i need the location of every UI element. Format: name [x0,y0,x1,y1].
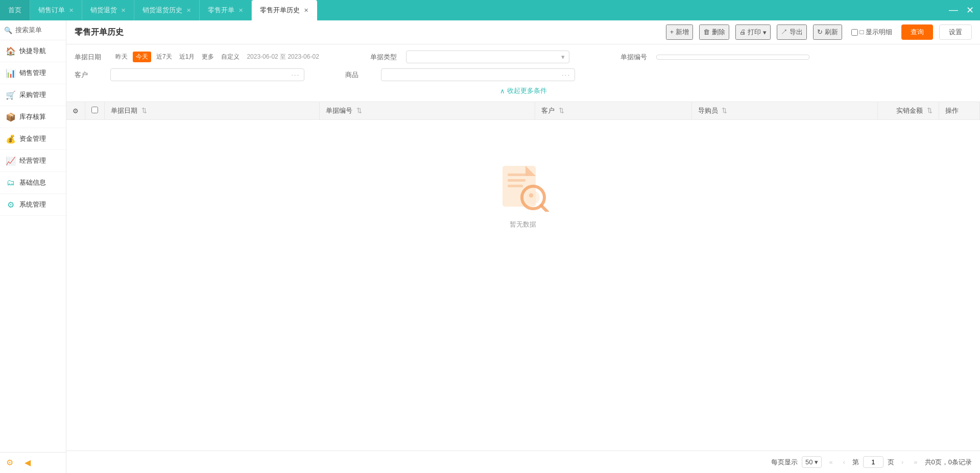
display-detail-toggle[interactable]: □ 显示明细 [848,26,895,39]
svg-point-8 [529,193,533,197]
goods-filter-input[interactable]: ··· [381,68,575,81]
svg-rect-1 [508,173,528,176]
settings-bottom-icon[interactable]: ⚙ [6,458,16,468]
goods-filter-label: 商品 [345,70,381,80]
prev-page-button[interactable]: ‹ [840,457,848,467]
type-filter-input[interactable]: ▾ [406,51,569,63]
print-dropdown-icon: ▾ [763,29,767,36]
svg-rect-3 [508,185,523,187]
number-filter-input[interactable] [656,55,809,60]
tab-close-sales-return[interactable]: ✕ [121,7,126,14]
export-button[interactable]: ↗ 导出 [777,24,807,40]
sys-mgmt-icon: ⚙ [6,200,15,209]
customer-filter-label: 客户 [75,70,110,80]
toolbar-actions: + 新增 🗑 删除 🖨 打印 ▾ ↗ 导出 ↻ 刷新 □ 显示明细 [666,24,972,40]
collapse-up-icon: ∧ [500,87,505,95]
pagination: 每页显示 50 ▾ « ‹ 第 页 › » 共0页，0条记录 [66,451,980,473]
table-header-row: ⚙ 单据日期 ⇅ 单据编号 ⇅ [66,102,980,120]
date-opt-yesterday[interactable]: 昨天 [113,52,130,62]
delete-button[interactable]: 🗑 删除 [699,24,729,40]
table-checkbox-col[interactable] [85,102,105,120]
customer-filter-input[interactable]: ··· [110,68,304,81]
tab-close-retail-open-history[interactable]: ✕ [304,7,308,14]
add-button[interactable]: + 新增 [666,24,693,40]
filter-row-customer: 客户 ··· 商品 ··· [75,68,972,81]
tab-close-sales-order[interactable]: ✕ [69,7,74,14]
search-icon: 🔍 [4,27,12,34]
window-close[interactable]: ✕ [966,5,974,16]
tab-home[interactable]: 首页 [0,0,30,20]
window-minimize[interactable]: — [949,5,958,16]
col-header-customer[interactable]: 客户 ⇅ [535,102,691,120]
sidebar-item-sys-mgmt[interactable]: ⚙ 系统管理 [0,194,66,216]
date-opt-more[interactable]: 更多 [200,52,216,62]
next-page-button[interactable]: › [898,457,906,467]
sidebar-item-inventory[interactable]: 📦 库存核算 [0,106,66,128]
display-detail-checkbox[interactable] [851,29,858,36]
date-opt-custom[interactable]: 自定义 [219,52,242,62]
sort-customer-icon: ⇅ [559,107,564,114]
date-opt-today[interactable]: 今天 [133,52,151,62]
sort-number-icon: ⇅ [356,107,362,114]
tab-sales-return-history[interactable]: 销货退货历史 ✕ [134,0,200,20]
sidebar-item-base-info[interactable]: 🗂 基础信息 [0,172,66,194]
svg-line-7 [541,206,547,212]
finance-icon: 💰 [6,134,15,143]
sidebar-item-finance[interactable]: 💰 资金管理 [0,128,66,150]
first-page-button[interactable]: « [826,457,835,467]
page-suffix: 页 [888,458,894,467]
sidebar-item-operations[interactable]: 📈 经营管理 [0,150,66,172]
last-page-button[interactable]: » [911,457,920,467]
page-number-input[interactable] [863,456,883,468]
sidebar-bottom: ⚙ ◀ [0,452,66,473]
date-opt-7days[interactable]: 近7天 [154,52,174,62]
collapse-button[interactable]: ∧ 收起更多条件 [500,86,547,95]
date-opt-1month[interactable]: 近1月 [177,52,197,62]
tab-retail-open-history[interactable]: 零售开单历史 ✕ [252,0,317,20]
filter-row-date: 单据日期 昨天 今天 近7天 近1月 更多 自定义 2023-06-02 至 2… [75,51,972,63]
sort-amount-icon: ⇅ [927,107,933,114]
filter-area: 单据日期 昨天 今天 近7天 近1月 更多 自定义 2023-06-02 至 2… [66,44,980,102]
svg-point-6 [527,191,540,204]
col-header-salesperson[interactable]: 导购员 ⇅ [691,102,877,120]
per-page-dropdown-icon: ▾ [815,458,818,466]
table-settings-icon[interactable]: ⚙ [73,107,79,115]
date-range-display: 2023-06-02 至 2023-06-02 [247,53,319,61]
sidebar-search[interactable]: 🔍 搜索菜单 [0,20,66,40]
tab-sales-order[interactable]: 销售订单 ✕ [30,0,82,20]
sidebar-item-purchase-mgmt[interactable]: 🛒 采购管理 [0,84,66,106]
page-title: 零售开单历史 [75,27,124,38]
refresh-button[interactable]: ↻ 刷新 [813,24,842,40]
inventory-icon: 📦 [6,112,15,121]
query-button[interactable]: 查询 [901,24,933,40]
col-header-number[interactable]: 单据编号 ⇅ [320,102,535,120]
sales-icon: 📊 [6,68,15,78]
svg-rect-2 [508,179,525,182]
sort-date-icon: ⇅ [141,107,147,114]
col-header-amount[interactable]: 实销金额 ⇅ [878,102,939,120]
total-pages-text: 共0页，0条记录 [925,458,972,467]
sidebar-item-quick-nav[interactable]: 🏠 快捷导航 [0,40,66,62]
select-all-checkbox[interactable] [91,107,98,113]
type-filter-label: 单据类型 [370,53,406,62]
date-filter-label: 单据日期 [75,53,110,62]
tab-close-retail-open[interactable]: ✕ [238,7,243,14]
settings-button[interactable]: 设置 [939,24,972,40]
per-page-select[interactable]: 50 ▾ [802,456,822,468]
customer-select-dots: ··· [291,71,300,79]
base-info-icon: 🗂 [6,178,15,187]
tab-sales-return[interactable]: 销货退货 ✕ [82,0,134,20]
table-settings-col[interactable]: ⚙ [66,102,85,120]
page-label: 第 [852,458,859,467]
sort-salesperson-icon: ⇅ [722,107,727,114]
col-header-date[interactable]: 单据日期 ⇅ [105,102,320,120]
sidebar-item-sales-mgmt[interactable]: 📊 销售管理 [0,62,66,84]
tab-close-sales-return-history[interactable]: ✕ [186,7,191,14]
main-layout: 🔍 搜索菜单 🏠 快捷导航 📊 销售管理 🛒 采购管理 📦 库存核算 💰 资金管… [0,20,980,473]
purchase-icon: 🛒 [6,90,15,99]
collapse-sidebar-icon[interactable]: ◀ [25,458,35,468]
empty-state-cell: 暂无数据 [66,120,980,270]
tab-retail-open[interactable]: 零售开单 ✕ [200,0,252,20]
number-filter-label: 单据编号 [620,53,656,62]
print-button[interactable]: 🖨 打印 ▾ [735,24,771,40]
